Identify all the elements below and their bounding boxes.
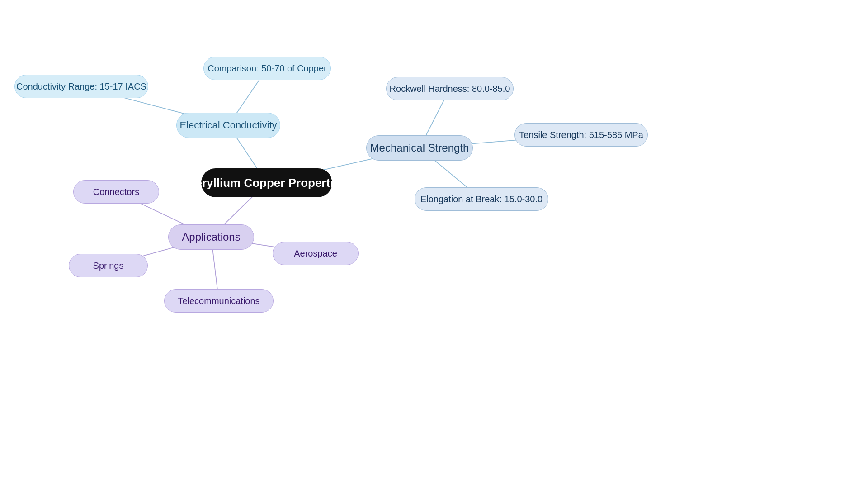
electrical-conductivity-node: Electrical Conductivity bbox=[176, 113, 280, 138]
comparison-node: Comparison: 50-70 of Copper bbox=[203, 57, 331, 80]
center-node: Beryllium Copper Properties bbox=[201, 168, 332, 197]
mechanical-strength-node: Mechanical Strength bbox=[366, 135, 473, 161]
springs-node: Springs bbox=[69, 254, 148, 277]
conductivity-range-node: Conductivity Range: 15-17 IACS bbox=[14, 75, 148, 98]
aerospace-node: Aerospace bbox=[273, 242, 359, 265]
tensile-strength-node: Tensile Strength: 515-585 MPa bbox=[514, 123, 648, 147]
applications-node: Applications bbox=[168, 224, 254, 250]
telecommunications-node: Telecommunications bbox=[164, 289, 274, 313]
connectors-node: Connectors bbox=[73, 180, 159, 204]
elongation-break-node: Elongation at Break: 15.0-30.0 bbox=[415, 187, 548, 211]
rockwell-hardness-node: Rockwell Hardness: 80.0-85.0 bbox=[386, 77, 514, 100]
